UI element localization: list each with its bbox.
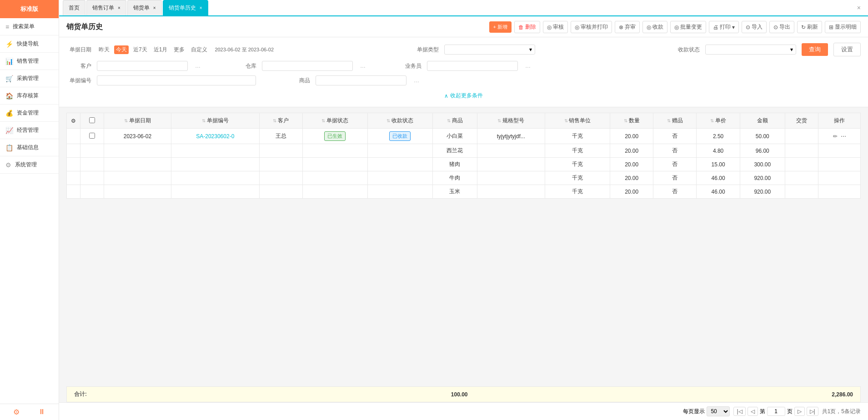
doc-type-select[interactable]: ▾: [444, 45, 535, 55]
close-all-tabs[interactable]: ×: [853, 4, 864, 11]
import-button[interactable]: ⊙ 导入: [742, 21, 767, 33]
col-spec[interactable]: 规格型号: [477, 113, 545, 129]
row3-amount: 300.00: [740, 158, 785, 171]
tab-sales-history-close[interactable]: ×: [200, 5, 202, 10]
settings-bottom-icon[interactable]: ⚙: [13, 408, 20, 416]
sidebar-item-inventory-calc[interactable]: 🏠 库存核算: [0, 87, 59, 105]
row1-number[interactable]: SA-20230602-0: [171, 129, 259, 144]
doc-type-dropdown-icon: ▾: [529, 46, 532, 53]
collapse-button[interactable]: ∧ 收起更多条件: [66, 90, 861, 101]
tab-sales-delivery-close[interactable]: ×: [153, 5, 156, 10]
sidebar-item-purchase-mgmt[interactable]: 🛒 采购管理: [0, 70, 59, 87]
search-menu-icon: ≡: [5, 23, 9, 30]
sidebar-item-basic-info[interactable]: 📋 基础信息: [0, 139, 59, 156]
toolbar: + 新增 🗑 删除 ◎ 审核 ◎ 审核并打印 ⊗ 弃: [489, 21, 861, 33]
col-doc-status[interactable]: 单据状态: [302, 113, 367, 129]
sidebar-item-sys-mgmt[interactable]: ⚙ 系统管理: [0, 156, 59, 174]
sidebar-item-quick-nav[interactable]: ⚡ 快捷导航: [0, 35, 59, 53]
table-row: 猪肉 千克 20.00 否 15.00 300.00: [67, 158, 861, 171]
sidebar-item-label: 基础信息: [17, 144, 39, 151]
col-number[interactable]: 单据编号: [171, 113, 259, 129]
table-settings-col[interactable]: ⚙: [67, 113, 80, 129]
refresh-button[interactable]: ↻ 刷新: [797, 21, 822, 33]
col-customer[interactable]: 客户: [259, 113, 302, 129]
sidebar-item-search-menu[interactable]: ≡ 搜索菜单: [0, 18, 59, 35]
query-button[interactable]: 查询: [802, 43, 828, 56]
row1-doc-status: 已生效: [302, 129, 367, 144]
customer-input[interactable]: [97, 61, 188, 71]
date-custom[interactable]: 自定义: [189, 45, 209, 54]
print-button[interactable]: 🖨 打印 ▾: [709, 21, 739, 33]
review-print-button[interactable]: ◎ 审核并打印: [571, 21, 612, 33]
warehouse-input[interactable]: [262, 61, 353, 71]
first-page-button[interactable]: |◁: [733, 407, 745, 416]
table-row: 牛肉 千克 20.00 否 46.00 920.00: [67, 171, 861, 185]
row1-more-icon[interactable]: ⋯: [841, 133, 846, 140]
sales-rep-input[interactable]: [427, 61, 518, 71]
col-gift[interactable]: 赠品: [653, 113, 697, 129]
tab-sales-order[interactable]: 销售订单 ×: [86, 0, 126, 15]
page-title: 销货单历史: [66, 22, 103, 32]
date-7days[interactable]: 近7天: [131, 45, 149, 54]
last-page-button[interactable]: ▷|: [807, 407, 818, 416]
row1-edit-icon[interactable]: ✏: [833, 133, 838, 140]
col-collect-status[interactable]: 收款状态: [367, 113, 432, 129]
col-unit[interactable]: 销售单位: [545, 113, 610, 129]
review-icon: ◎: [547, 24, 552, 30]
row1-checkbox[interactable]: [80, 129, 104, 144]
finance-icon: 💰: [5, 110, 13, 117]
col-product[interactable]: 商品: [432, 113, 477, 129]
tab-sales-delivery[interactable]: 销货单 ×: [127, 0, 162, 15]
table-row: 西兰花 千克 20.00 否 4.80 96.00: [67, 144, 861, 158]
tab-sales-order-close[interactable]: ×: [118, 5, 120, 10]
sidebar-item-finance-mgmt[interactable]: 💰 资金管理: [0, 105, 59, 122]
collect-button[interactable]: ◎ 收款: [642, 21, 667, 33]
product-more-icon[interactable]: …: [412, 77, 421, 84]
review-button[interactable]: ◎ 审核: [543, 21, 568, 33]
row1-product: 小白菜: [432, 129, 477, 144]
row1-spec: tyjytjytyjdf...: [477, 129, 545, 144]
table-area: ⚙ 单据日期 单据编号 客户 单据状态 收款状态 商品 规格型号 销售单位 数量…: [59, 107, 868, 386]
page-number-input[interactable]: [767, 407, 785, 416]
sidebar-item-label: 销售管理: [17, 57, 39, 65]
product-input[interactable]: [316, 75, 406, 85]
abandon-button[interactable]: ⊗ 弃审: [615, 21, 640, 33]
col-price[interactable]: 单价: [697, 113, 740, 129]
select-all-checkbox[interactable]: [89, 117, 95, 123]
delete-button[interactable]: 🗑 删除: [514, 21, 540, 33]
pagination-bar: 每页显示 50 100 200 |◁ ◁ 第 页 ▷ ▷| 共1页，5条记录: [59, 402, 868, 420]
col-qty[interactable]: 数量: [610, 113, 653, 129]
prev-page-button[interactable]: ◁: [748, 407, 758, 416]
date-1month[interactable]: 近1月: [152, 45, 170, 54]
print-dropdown-icon: ▾: [732, 24, 735, 30]
date-more[interactable]: 更多: [172, 45, 186, 54]
doc-number-label: 单据编号: [66, 77, 91, 85]
sales-rep-more-icon[interactable]: …: [523, 63, 532, 69]
batch-change-button[interactable]: ◎ 批量变更: [670, 21, 706, 33]
row2-unit: 千克: [545, 144, 610, 158]
export-button[interactable]: ⊙ 导出: [769, 21, 794, 33]
next-page-button[interactable]: ▷: [794, 407, 805, 416]
show-detail-button[interactable]: ⊞ 显示明细: [825, 21, 861, 33]
date-today[interactable]: 今天: [114, 45, 129, 54]
tab-home[interactable]: 首页: [63, 0, 85, 15]
sidebar-item-ops-mgmt[interactable]: 📈 经营管理: [0, 122, 59, 139]
row1-customer: 王总: [259, 129, 302, 144]
warehouse-more-icon[interactable]: …: [358, 63, 367, 69]
tab-sales-history[interactable]: 销货单历史 ×: [163, 0, 208, 15]
filter-row-docnum: 单据编号 商品 …: [66, 75, 861, 85]
basic-info-icon: 📋: [5, 144, 13, 151]
page-label-text: 第: [760, 408, 765, 415]
new-button[interactable]: + 新增: [489, 21, 512, 33]
collect-status-select[interactable]: ▾: [705, 45, 796, 55]
data-table: ⚙ 单据日期 单据编号 客户 单据状态 收款状态 商品 规格型号 销售单位 数量…: [66, 113, 861, 199]
customer-more-icon[interactable]: …: [193, 63, 202, 69]
row1-price: 2.50: [697, 129, 740, 144]
doc-number-input[interactable]: [97, 75, 256, 85]
page-size-select[interactable]: 50 100 200: [707, 406, 730, 416]
col-date[interactable]: 单据日期: [104, 113, 171, 129]
date-yesterday[interactable]: 昨天: [97, 45, 111, 54]
sidebar-item-sales-mgmt[interactable]: 📊 销售管理: [0, 53, 59, 70]
pause-bottom-icon[interactable]: ⏸: [38, 408, 45, 416]
filter-settings-button[interactable]: 设置: [833, 43, 861, 56]
